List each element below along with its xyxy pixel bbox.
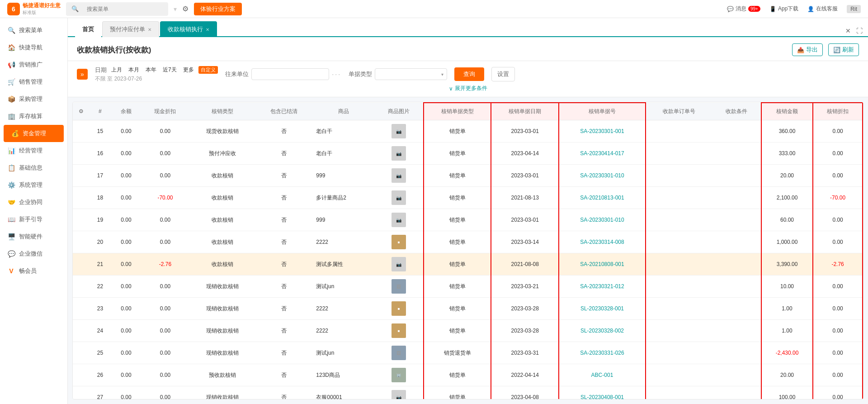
sidebar-item-base[interactable]: 📋 基础信息 [0,159,67,176]
type-select-wrapper: ▾ [375,68,447,80]
table-row: 21 0.00 -2.76 收款核销 否 测试多属性 📷 销货单 2021-08… [73,253,863,276]
bill-no-link[interactable]: SA-20230301-001 [580,128,624,134]
td-bill-no: SA-20230321-012 [559,276,646,298]
sidebar-item-enterprise[interactable]: 🤝 企业协同 [0,194,67,211]
td-writeoff-type: 收款核销 [189,209,255,231]
sidebar-item-marketing[interactable]: 📢 营销推广 [0,56,67,73]
setting-btn[interactable]: 设置 [491,67,515,81]
source-input[interactable] [251,68,329,80]
export-btn[interactable]: 📤 导出 [792,43,823,56]
search-btn[interactable]: 查询 [454,67,484,81]
bill-no-link[interactable]: SA-20230321-012 [580,283,624,290]
sidebar-item-sales[interactable]: 🛒 销售管理 [0,73,67,90]
th-bill-no: 核销单据号 [559,103,646,120]
td-seq: 26 [89,364,111,386]
bill-no-link[interactable]: SL-20230328-001 [580,305,624,312]
td-writeoff-discount: -2.76 [813,253,863,276]
td-seq: 25 [89,342,111,364]
td-cash-discount: 0.00 [141,120,189,143]
td-goods-img: 📷 [375,165,424,187]
td-bill-date: 2021-08-08 [491,253,559,276]
td-receipt-order-no [646,276,712,298]
bill-no-link[interactable]: SL-20230408-001 [580,394,624,399]
td-cash-discount: 0.00 [141,231,189,253]
sidebar-item-finance[interactable]: 💰 资金管理 [4,125,64,142]
td-bill-date: 2023-03-14 [491,231,559,253]
bill-no-link[interactable]: SA-20230331-026 [580,350,624,356]
app-download-btn[interactable]: 📱 App下载 [769,5,798,13]
td-included: 否 [255,364,312,386]
filter-expand-row[interactable]: ∨ 展开更多条件 [77,83,859,92]
td-balance: 0.00 [111,342,141,364]
filter-expand-btn[interactable]: » [77,69,88,80]
sidebar-item-member[interactable]: V 畅会员 [0,262,67,280]
system-icon: ⚙️ [7,181,15,189]
td-goods: 测试多属性 [312,253,374,276]
td-receipt-order-no [646,342,712,364]
industry-btn[interactable]: 体验行业方案 [194,3,242,15]
top-bar-left: 6 畅捷通谱好生意 标准版 🔍 ▾ ⚙ 体验行业方案 [7,2,242,16]
date-link-7days[interactable]: 近7天 [161,66,179,74]
th-cash-discount: 现金折扣 [141,103,189,120]
export-icon: 📤 [797,47,804,53]
top-search-input[interactable] [81,4,163,14]
table-wrapper[interactable]: ⚙ # 余额 现金折扣 核销类型 包含已结清 商品 商品图片 核销单据类型 核销… [72,102,863,399]
message-btn[interactable]: 💬 消息 99+ [727,5,760,13]
bill-no-link[interactable]: SA-20230314-008 [580,239,624,245]
sidebar-item-purchase[interactable]: 📦 采购管理 [0,90,67,108]
sidebar-item-search[interactable]: 🔍 搜索菜单 [0,22,67,39]
td-writeoff-type: 收款核销 [189,253,255,276]
sidebar-item-business[interactable]: 📊 经营管理 [0,142,67,159]
online-service-btn[interactable]: 👤 在线客服 [807,5,838,13]
bill-no-link[interactable]: SA-20210813-001 [580,195,624,201]
td-bill-date: 2023-04-08 [491,386,559,400]
page-content: 收款核销执行(按收款) 📤 导出 🔄 刷新 » [68,37,868,404]
message-badge: 99+ [748,6,760,12]
td-receipt-order-no [646,187,712,209]
close-tab-prepay-icon[interactable]: ✕ [148,27,151,32]
sidebar-item-quicknav[interactable]: 🏠 快捷导航 [0,39,67,56]
td-writeoff-discount: 0.00 [813,298,863,320]
close-window-btn[interactable]: ✕ [844,25,853,36]
sidebar-item-inventory[interactable]: 🏢 库存核算 [0,108,67,125]
bill-no-link[interactable]: SA-20230414-017 [580,150,624,157]
date-link-this-year[interactable]: 本年 [144,66,158,74]
bill-no-link[interactable]: SL-20230328-002 [580,328,624,334]
td-bill-type: 销货退货单 [424,342,491,364]
date-link-last-month[interactable]: 上月 [109,66,124,74]
close-tab-receipt-icon[interactable]: ✕ [206,27,209,32]
td-seq: 24 [89,320,111,342]
maximize-btn[interactable]: ⛶ [854,25,864,36]
td-gear [73,364,89,386]
sidebar-item-guide[interactable]: 📖 新手引导 [0,211,67,228]
td-included: 否 [255,187,312,209]
th-gear[interactable]: ⚙ [73,103,89,120]
user-btn[interactable]: Rit [847,5,861,13]
date-link-more[interactable]: 更多 [181,66,196,74]
td-receipt-order-no [646,364,712,386]
td-included: 否 [255,253,312,276]
td-bill-no: SL-20230328-001 [559,298,646,320]
tab-receipt[interactable]: 收款核销执行 ✕ [160,21,217,37]
date-link-this-month[interactable]: 本月 [127,66,141,74]
sidebar-item-system[interactable]: ⚙️ 系统管理 [0,176,67,194]
sidebar-item-hardware[interactable]: 🖥️ 智能硬件 [0,228,67,245]
td-bill-type: 销货单 [424,276,491,298]
td-writeoff-amount: 20.00 [761,165,813,187]
date-custom-btn[interactable]: 自定义 [198,66,218,74]
bill-no-link[interactable]: SA-20210808-001 [580,261,624,267]
tab-prepay[interactable]: 预付冲应付单 ✕ [102,21,159,37]
refresh-btn[interactable]: 🔄 刷新 [828,43,859,56]
tab-home[interactable]: 首页 [75,22,101,37]
gear-icon[interactable]: ⚙ [182,5,189,13]
sidebar-item-wechat[interactable]: 💬 企业微信 [0,245,67,262]
bill-no-link[interactable]: SA-20230301-010 [580,172,624,179]
table-row: 18 0.00 -70.00 收款核销 否 多计量商品2 📷 销货单 2021-… [73,187,863,209]
bill-no-link[interactable]: SA-20230301-010 [580,217,624,223]
table-head: ⚙ # 余额 现金折扣 核销类型 包含已结清 商品 商品图片 核销单据类型 核销… [73,103,863,120]
td-balance: 0.00 [111,364,141,386]
type-select[interactable] [375,68,447,80]
td-cash-discount: 0.00 [141,342,189,364]
td-bill-date: 2023-04-14 [491,143,559,165]
bill-no-link[interactable]: ABC-001 [591,372,613,378]
